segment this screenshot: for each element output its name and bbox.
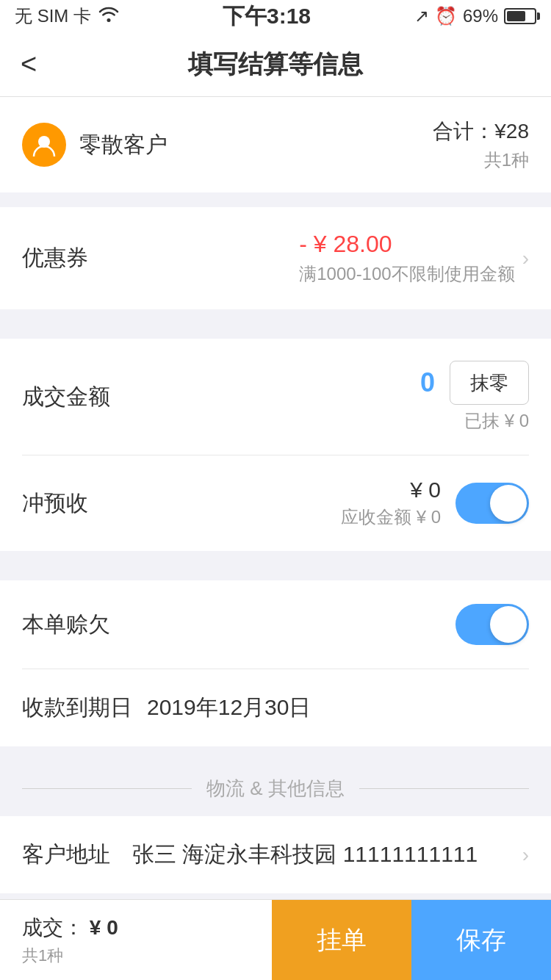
- logistics-label: 物流 & 其他信息: [206, 776, 345, 801]
- coupon-description: 满1000-100不限制使用金额: [299, 262, 514, 286]
- prepay-right: ¥ 0 应收金额 ¥ 0: [341, 478, 529, 529]
- customer-name: 零散客户: [79, 130, 168, 160]
- content-area: 零散客户 合计：¥28 共1种 优惠券 - ¥ 28.00 满1000-100不…: [0, 97, 551, 980]
- prepay-sub-amount: 应收金额 ¥ 0: [341, 505, 441, 529]
- customer-row: 零散客户 合计：¥28 共1种: [0, 97, 551, 192]
- summary-top: 成交： ¥ 0: [22, 914, 250, 942]
- back-button[interactable]: <: [21, 48, 37, 80]
- status-right: ↗ ⏰ 69%: [414, 6, 536, 26]
- section-gap-1: [0, 324, 551, 339]
- total-label: 合计：¥28: [433, 118, 529, 145]
- prepay-toggle[interactable]: [455, 483, 529, 524]
- status-left: 无 SIM 卡: [15, 4, 119, 28]
- due-date-label: 收款到期日: [22, 693, 132, 723]
- sep-line-left: [22, 788, 192, 789]
- transaction-controls: 0 抹零: [420, 361, 529, 405]
- location-icon: ↗: [414, 6, 429, 26]
- due-date-row: 收款到期日 2019年12月30日: [0, 669, 551, 746]
- transaction-sub: 已抹 ¥ 0: [420, 409, 529, 433]
- transaction-value: 0: [420, 367, 435, 398]
- coupon-label: 优惠券: [22, 243, 88, 273]
- prepay-label: 冲预收: [22, 489, 88, 519]
- save-button[interactable]: 保存: [411, 900, 551, 981]
- battery-icon: [504, 8, 536, 24]
- coupon-right: - ¥ 28.00 满1000-100不限制使用金额 ›: [299, 231, 529, 286]
- debit-toggle-knob: [490, 606, 527, 643]
- transaction-right: 0 抹零 已抹 ¥ 0: [420, 361, 529, 433]
- address-chevron-icon: ›: [522, 843, 529, 867]
- debit-section: 本单赊欠 收款到期日 2019年12月30日: [0, 580, 551, 746]
- wifi-icon: [98, 6, 119, 26]
- transaction-row: 成交金额 0 抹零 已抹 ¥ 0: [0, 339, 551, 455]
- due-date-value: 2019年12月30日: [147, 693, 311, 723]
- no-sim-text: 无 SIM 卡: [15, 4, 91, 28]
- customer-avatar: [22, 123, 66, 167]
- coupon-discount: - ¥ 28.00: [299, 231, 514, 258]
- prepay-main-amount: ¥ 0: [341, 478, 441, 502]
- summary-amount: ¥ 0: [90, 916, 118, 939]
- coupon-row[interactable]: 优惠券 - ¥ 28.00 满1000-100不限制使用金额 ›: [0, 207, 551, 309]
- bottom-bar: 成交： ¥ 0 共1种 挂单 保存: [0, 899, 551, 980]
- status-time: 下午3:18: [223, 1, 311, 32]
- bottom-summary: 成交： ¥ 0 共1种: [0, 914, 272, 967]
- logistics-separator: 物流 & 其他信息: [0, 761, 551, 816]
- round-button[interactable]: 抹零: [450, 361, 529, 405]
- status-bar: 无 SIM 卡 下午3:18 ↗ ⏰ 69%: [0, 0, 551, 32]
- coupon-section[interactable]: 优惠券 - ¥ 28.00 满1000-100不限制使用金额 ›: [0, 207, 551, 309]
- total-count: 共1种: [433, 148, 529, 172]
- hang-button[interactable]: 挂单: [272, 900, 411, 981]
- address-key: 客户地址: [22, 840, 110, 870]
- debit-toggle[interactable]: [455, 604, 529, 645]
- transaction-label: 成交金额: [22, 382, 110, 412]
- transaction-section: 成交金额 0 抹零 已抹 ¥ 0 冲预收 ¥ 0 应收金额 ¥ 0: [0, 339, 551, 551]
- battery-percent: 69%: [463, 6, 498, 26]
- address-section[interactable]: 客户地址 张三 海淀永丰科技园 11111111111 ›: [0, 816, 551, 893]
- summary-count: 共1种: [22, 945, 250, 967]
- nav-bar: < 填写结算等信息: [0, 32, 551, 97]
- sep-line-right: [359, 788, 529, 789]
- customer-info: 零散客户: [22, 123, 168, 167]
- toggle-knob: [490, 485, 527, 522]
- alarm-icon: ⏰: [435, 6, 457, 26]
- debit-row: 本单赊欠: [0, 580, 551, 669]
- prepay-amounts: ¥ 0 应收金额 ¥ 0: [341, 478, 441, 529]
- address-row[interactable]: 客户地址 张三 海淀永丰科技园 11111111111 ›: [0, 816, 551, 893]
- address-value: 张三 海淀永丰科技园 11111111111: [132, 840, 522, 870]
- summary-label: 成交：: [22, 916, 84, 939]
- section-gap-2: [0, 566, 551, 580]
- chevron-right-icon: ›: [522, 247, 529, 270]
- page-title: 填写结算等信息: [188, 48, 363, 82]
- customer-section: 零散客户 合计：¥28 共1种: [0, 97, 551, 192]
- customer-total: 合计：¥28 共1种: [433, 118, 529, 172]
- prepay-row: 冲预收 ¥ 0 应收金额 ¥ 0: [0, 455, 551, 551]
- debit-label: 本单赊欠: [22, 610, 110, 640]
